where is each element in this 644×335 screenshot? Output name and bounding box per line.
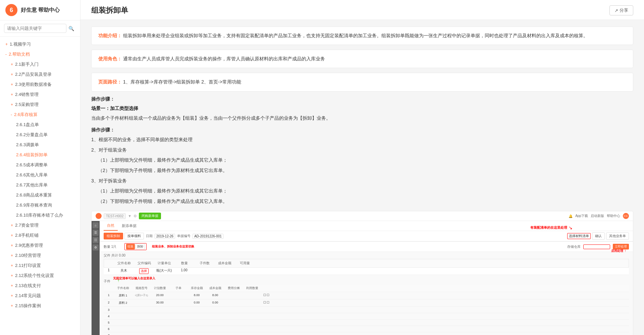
mini-top-actions: 组装拆卸 按单领料 日期 2019-12-26 单据编号 AD-20191226… bbox=[100, 231, 633, 241]
sth-action bbox=[261, 285, 271, 291]
mini-subtable-row-7: 7 bbox=[104, 332, 629, 335]
mini-more-btn[interactable]: 其他业务单 bbox=[606, 232, 629, 240]
mini-child-label-text: 子件 bbox=[104, 279, 110, 284]
annotation1-text: 有装配清单的在这里处理 bbox=[530, 225, 567, 230]
mini-nav-icon: ▼ bbox=[128, 214, 131, 218]
sidebar-item-stock269[interactable]: 2.6.9库存账本查询 bbox=[0, 200, 80, 210]
sidebar-item-stock263[interactable]: 2.6.3调拨单 bbox=[0, 140, 80, 150]
step3: 3、对于拆装业务 bbox=[91, 176, 633, 185]
path-label: 页面路径： bbox=[98, 79, 122, 85]
annotation1-area: 有装配清单的在这里处理 ↘ bbox=[530, 225, 573, 230]
role-block: 使用角色： 通常由生产人员或库管人员完成拆装业务的操作，库管人员确认原材料的出库… bbox=[91, 50, 633, 68]
mini-disassemble-btn[interactable]: 拆卸 bbox=[136, 244, 145, 249]
th-child-qty: 子件数 bbox=[195, 260, 215, 266]
sidebar-item-newbie[interactable]: + 2.1新手入门 bbox=[0, 59, 80, 69]
mini-date-input[interactable]: 2019-12-26 bbox=[155, 234, 175, 239]
sidebar-item-install[interactable]: + 2.2产品安装及登录 bbox=[0, 69, 80, 79]
sidebar-item-purchase[interactable]: + 2.5采购管理 bbox=[0, 100, 80, 110]
steps-section: 操作步骤： 场景一：加工类型选择 当由多个子件材料组装成一个成品的业务为【组装】… bbox=[91, 96, 633, 335]
sidebar-item-stock266[interactable]: 2.6.6其他入库单 bbox=[0, 170, 80, 180]
main-content: 组装拆卸单 ↗ 分享 功能介绍： 组装拆卸单用来处理企业组装或拆卸等加工业务，支… bbox=[80, 0, 644, 335]
sidebar-item-videos[interactable]: + 1.视频学习 bbox=[0, 39, 80, 49]
step1: 1、根据不同的业务，选择不同单据的类型来处理 bbox=[91, 135, 633, 144]
sidebar-item-stock264[interactable]: 2.6.4组装拆卸单 bbox=[0, 150, 80, 160]
td-name-1: 关木 bbox=[114, 268, 134, 275]
mini-parent-table-section: 父件 共计 0.00 父件名称 父件编码 计量单位 数量 子件数 成本金额 bbox=[100, 252, 633, 276]
mini-tab-natural[interactable]: 自然 bbox=[104, 221, 118, 231]
sth-plan: 计划数量 bbox=[151, 285, 169, 291]
mini-date-label: 日期 bbox=[146, 234, 153, 238]
mini-assemble-btn[interactable]: 组装 bbox=[126, 244, 135, 249]
th-avail: 可用量 bbox=[235, 260, 255, 266]
td-num-1: 1 bbox=[104, 268, 114, 275]
mini-subtable-row-3: 3 bbox=[104, 307, 629, 313]
sth-cost: 成本金额 bbox=[206, 285, 224, 291]
mini-parent-label: 父件 共计 0.00 bbox=[104, 253, 629, 258]
role-label: 使用角色： bbox=[98, 56, 122, 61]
th-qty: 数量 bbox=[174, 260, 195, 266]
content-body: 功能介绍： 组装拆卸单用来处理企业组装或拆卸等加工业务，支持有固定装配清单的产品… bbox=[80, 20, 644, 335]
td-qty-1: 1.00 bbox=[174, 268, 194, 275]
sidebar-item-print[interactable]: + 2.11打印设置 bbox=[0, 261, 80, 271]
scenario1-heading: 场景一：加工类型选择 bbox=[91, 106, 633, 112]
sidebar-item-docs[interactable]: - 2.帮助文档 bbox=[0, 49, 80, 59]
mini-settings-strip-icon: ⚙ bbox=[93, 244, 99, 250]
sidebar-item-inventory[interactable]: - 2.6库存核算 bbox=[0, 110, 80, 120]
mini-subinfo-row: 数量 1只 组装 拆卸 组装业务、拆卸业务在这里切换 bbox=[100, 242, 633, 252]
th-name: 父件名称 bbox=[114, 260, 134, 266]
sth-num bbox=[104, 285, 114, 291]
mini-subtable-row-5: 5 bbox=[104, 320, 629, 326]
sth-sub: 子单 bbox=[169, 285, 187, 291]
sidebar-item-stock261[interactable]: 2.6.1盘点单 bbox=[0, 120, 80, 130]
step2-1: （1）上部明细为父件明细，最终作为产成品生成其它入库单； bbox=[91, 156, 633, 165]
th-code: 父件编码 bbox=[134, 260, 154, 266]
sidebar-item-predata[interactable]: + 2.3使用前数据准备 bbox=[0, 79, 80, 90]
role-text: 通常由生产人员或库管人员完成拆装业务的操作，库管人员确认原材料的出库和产成品的入… bbox=[123, 56, 325, 61]
annotation4-area: 无固定清单可以输入在这里录入 bbox=[100, 276, 633, 278]
mini-type-inner: 组装 拆卸 bbox=[126, 244, 145, 249]
sidebar-item-stock2610[interactable]: 2.6.10库存账本错了么办 bbox=[0, 210, 80, 220]
search-input[interactable] bbox=[4, 24, 66, 33]
type-toggle: 组装拆卸 按单领料 bbox=[104, 233, 144, 239]
mini-type-toggle-annotated: 组装 拆卸 bbox=[124, 243, 147, 250]
sidebar-item-stock265[interactable]: 2.6.5成本调整单 bbox=[0, 160, 80, 170]
mini-subtable-row-4: 4 bbox=[104, 313, 629, 320]
sidebar-item-finance[interactable]: + 2.7资金管理 bbox=[0, 220, 80, 230]
mini-warehouse-label: 存储仓库 bbox=[567, 244, 581, 249]
mini-tab-new[interactable]: 新添单据 bbox=[118, 221, 140, 230]
search-button[interactable]: 🔍 bbox=[66, 24, 76, 33]
mini-main-right: 自然 新添单据 组装拆卸 按单领料 日期 bbox=[100, 221, 633, 335]
td-avail-1 bbox=[234, 268, 255, 275]
type-btn-material[interactable]: 按单领料 bbox=[124, 233, 144, 239]
mini-table-header: 父件名称 父件编码 计量单位 数量 子件数 成本金额 可用量 bbox=[104, 259, 629, 268]
th-cost: 成本金额 bbox=[215, 260, 235, 266]
type-btn-assemble[interactable]: 组装拆卸 bbox=[104, 233, 123, 239]
intro-label: 功能介绍： bbox=[98, 33, 122, 38]
sidebar-item-sales[interactable]: + 2.4销售管理 bbox=[0, 90, 80, 100]
mini-save-btn[interactable]: 确认 bbox=[592, 232, 605, 240]
sidebar-item-stock268[interactable]: 2.6.8商品成本重算 bbox=[0, 190, 80, 200]
sidebar-item-personalize[interactable]: + 2.12系统个性化设置 bbox=[0, 271, 80, 281]
sidebar-item-operation[interactable]: + 2.10经营管理 bbox=[0, 250, 80, 261]
scenario1-label: 场景一：加工类型选择 bbox=[91, 106, 138, 111]
sidebar-item-stock262[interactable]: 2.6.2分量盘点单 bbox=[0, 130, 80, 140]
sidebar-item-payment[interactable]: + 2.13在线支付 bbox=[0, 281, 80, 291]
arrow1: ↘ bbox=[569, 225, 573, 230]
sidebar-item-coupon[interactable]: + 2.9优惠券管理 bbox=[0, 240, 80, 250]
sidebar-header: 6 好生意 帮助中心 bbox=[0, 0, 80, 20]
mini-billno-input[interactable]: AD-20191226-001 bbox=[193, 234, 223, 239]
mini-confirm-btn-annotated[interactable]: 选择材料清单 bbox=[567, 233, 591, 239]
nav-tree: + 1.视频学习- 2.帮助文档+ 2.1新手入门+ 2.2产品安装及登录+ 2… bbox=[0, 37, 80, 335]
sidebar-item-mobile[interactable]: + 2.8手机旺铺 bbox=[0, 230, 80, 240]
sidebar-item-stock267[interactable]: 2.6.7其他出库单 bbox=[0, 180, 80, 190]
sidebar-item-cases[interactable]: + 2.15操作案例 bbox=[0, 301, 80, 311]
mini-settings-icon: ⚙ bbox=[133, 214, 137, 218]
mini-new-doc-btn[interactable]: 闭购新单据 bbox=[139, 213, 161, 219]
page-title: 组装拆卸单 bbox=[91, 5, 128, 15]
mini-list-icon: ☰ bbox=[93, 230, 99, 236]
td-cost-1 bbox=[214, 268, 234, 275]
sidebar-item-faq[interactable]: + 2.14常见问题 bbox=[0, 291, 80, 301]
mini-warehouse-input-annotated[interactable] bbox=[583, 244, 610, 249]
share-button[interactable]: ↗ 分享 bbox=[609, 5, 633, 15]
screenshot-container: TEST-H002 ▼ ⚙ 闭购新单据 🔔 App下载 启动新版 帮助中心 CC bbox=[91, 211, 633, 335]
